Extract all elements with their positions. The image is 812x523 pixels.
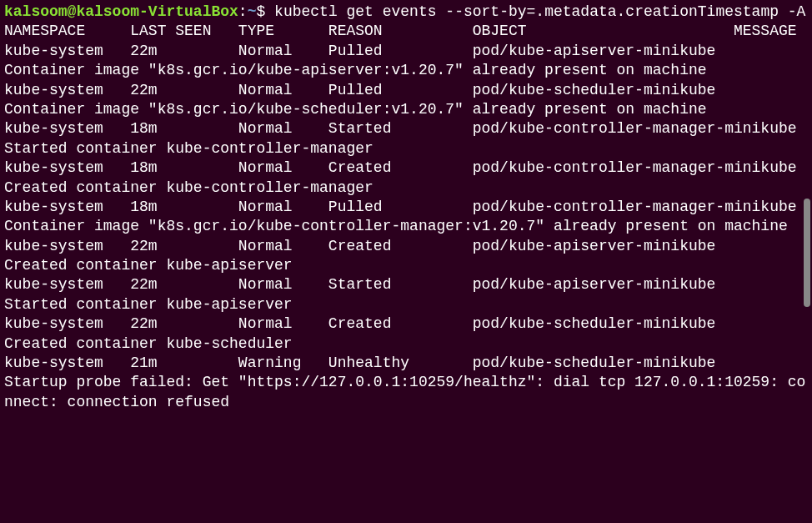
event-row: kube-system 22m Normal Started pod/kube-…	[4, 275, 808, 314]
prompt-colon: :	[238, 3, 248, 20]
command-line[interactable]: kalsoom@kalsoom-VirtualBox:~$ kubectl ge…	[4, 3, 808, 22]
scrollbar[interactable]	[804, 199, 810, 307]
prompt-path: ~	[248, 3, 257, 20]
prompt-dollar: $	[256, 3, 274, 20]
command-text: kubectl get events --sort-by=.metadata.c…	[274, 3, 805, 20]
prompt-user: kalsoom@kalsoom-VirtualBox	[4, 3, 238, 20]
event-row: kube-system 22m Normal Pulled pod/kube-s…	[4, 81, 808, 120]
output-header: NAMESPACE LAST SEEN TYPE REASON OBJECT M…	[4, 22, 808, 41]
event-row: kube-system 22m Normal Pulled pod/kube-a…	[4, 42, 808, 81]
event-row: kube-system 22m Normal Created pod/kube-…	[4, 237, 808, 276]
event-row: kube-system 18m Normal Created pod/kube-…	[4, 158, 808, 198]
event-row: kube-system 22m Normal Created pod/kube-…	[4, 314, 808, 354]
event-row: kube-system 18m Normal Started pod/kube-…	[4, 119, 808, 158]
event-row: kube-system 21m Warning Unhealthy pod/ku…	[4, 354, 808, 412]
event-row: kube-system 18m Normal Pulled pod/kube-c…	[4, 198, 808, 237]
